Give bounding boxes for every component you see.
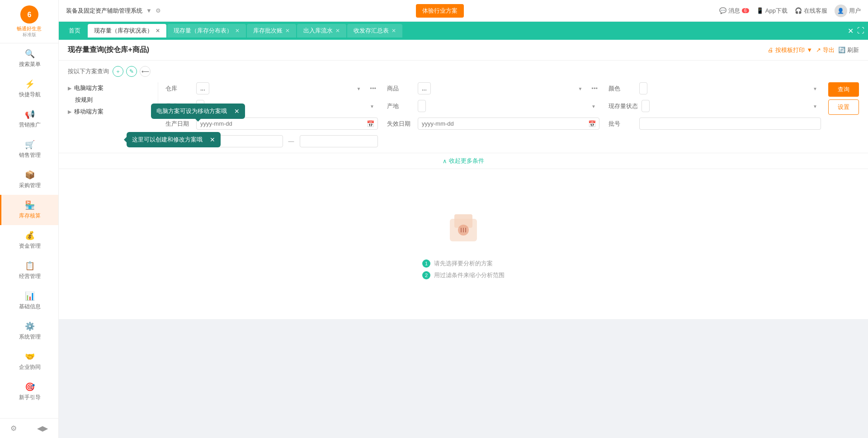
tip-num-1: 1: [422, 259, 430, 268]
tab-close-inout-flow[interactable]: ✕: [335, 28, 340, 34]
sidebar-item-quick-nav[interactable]: ⚡ 快捷导航: [0, 74, 58, 104]
query-btn[interactable]: 查询: [828, 82, 859, 97]
warehouse-dots[interactable]: •••: [368, 85, 378, 92]
origin-label: 产地: [387, 102, 414, 110]
sidebar-item-basic[interactable]: 📊 基础信息: [0, 286, 58, 316]
field-expire-date: 失效日期 📅: [387, 118, 599, 130]
goods-label: 商品: [387, 85, 414, 93]
sidebar-nav: 🔍 搜索菜单 ⚡ 快捷导航 📢 营销推广 🛒 销售管理 📦 采购管理 🏪: [0, 43, 58, 418]
query-btn-wrap: 查询 设置: [828, 82, 859, 115]
system-dropdown-icon[interactable]: ▼: [146, 7, 152, 14]
basic-icon: 📊: [25, 291, 35, 301]
empty-tip-2: 2 用过滤条件来缩小分析范围: [422, 271, 505, 279]
message-badge: 6: [742, 8, 749, 13]
batch-input[interactable]: [639, 118, 821, 130]
message-btn[interactable]: 💬 消息 6: [719, 7, 749, 15]
stock-qty-to[interactable]: [300, 135, 378, 147]
prod-date-from[interactable]: [196, 118, 378, 130]
reset-btn[interactable]: 设置: [828, 99, 859, 115]
collapse-sidebar-icon[interactable]: ◀▶: [37, 424, 48, 433]
sidebar-item-purchase[interactable]: 📦 采购管理: [0, 165, 58, 195]
expire-date-from[interactable]: [418, 118, 599, 130]
app-download-btn[interactable]: 📱 App下载: [756, 7, 788, 15]
back-scheme-btn[interactable]: ⟵: [140, 66, 151, 77]
page-title: 现存量查询(按仓库+商品): [68, 45, 149, 55]
online-service-btn[interactable]: 🎧 在线客服: [795, 7, 827, 15]
export-btn[interactable]: ↗ 导出: [816, 46, 835, 54]
tab-home[interactable]: 首页: [62, 24, 87, 38]
tab-close-batch-account[interactable]: ✕: [285, 28, 290, 34]
sidebar-bottom: ⚙ ◀▶: [0, 418, 58, 438]
page-actions: 🖨 按模板打印 ▼ ↗ 导出 🔄 刷新: [768, 46, 859, 54]
print-dropdown-icon: ▼: [807, 47, 812, 53]
settings-gear-icon[interactable]: ⚙: [156, 7, 161, 14]
field-stock-status: 现存量状态: [609, 100, 821, 112]
user-profile-btn[interactable]: 👤 用户: [835, 5, 861, 17]
sidebar-item-marketing[interactable]: 📢 营销推广: [0, 104, 58, 134]
goods-select-wrap: ...: [418, 82, 586, 94]
tooltip1-close-btn[interactable]: ✕: [234, 108, 240, 115]
prod-date-label: 生产日期: [165, 120, 193, 128]
sidebar-item-finance[interactable]: 💰 资金管理: [0, 225, 58, 255]
top-bar-left: 装备及固定资产辅助管理系统 ▼ ⚙: [66, 7, 161, 15]
refresh-btn[interactable]: 🔄 刷新: [838, 46, 859, 54]
logo-area: 6 畅通好生意 标准版: [0, 0, 58, 43]
tab-batch-account[interactable]: 库存批次账 ✕: [247, 24, 296, 38]
expire-date-label: 失效日期: [387, 120, 414, 128]
tab-inventory-dist[interactable]: 现存量（库存分布表） ✕: [167, 24, 246, 38]
purchase-icon: 📦: [25, 170, 35, 180]
sidebar-item-cooperation[interactable]: 🤝 企业协同: [0, 346, 58, 377]
collapse-btn[interactable]: ∧ 收起更多条件: [443, 157, 484, 165]
tooltip-scheme-note: 电脑方案可设为移动方案哦 ✕: [151, 104, 245, 119]
fullscreen-btn[interactable]: ⛶: [857, 27, 864, 35]
warehouse-select[interactable]: ...: [196, 82, 209, 94]
sidebar-item-operation[interactable]: 📋 经营管理: [0, 255, 58, 286]
finance-icon: 💰: [25, 231, 35, 240]
tab-close-inventory-dist[interactable]: ✕: [235, 28, 240, 34]
sidebar-item-search[interactable]: 🔍 搜索菜单: [0, 43, 58, 74]
filter-label-row: 按以下方案查询 ＋ ✎ ⟵: [68, 66, 859, 77]
color-select[interactable]: [639, 82, 647, 94]
field-color: 颜色: [609, 82, 821, 94]
goods-select[interactable]: ...: [418, 82, 431, 94]
expire-date-from-calendar-icon[interactable]: 📅: [588, 120, 596, 127]
tab-inventory-status[interactable]: 现存量（库存状况表） ✕: [88, 24, 166, 38]
guide-icon: 🎯: [25, 382, 35, 392]
stock-status-label: 现存量状态: [609, 102, 638, 110]
add-scheme-btn[interactable]: ＋: [113, 66, 123, 77]
scheme-tree-item-mobile[interactable]: ▶ 移动端方案: [68, 106, 152, 118]
sidebar-item-sales[interactable]: 🛒 销售管理: [0, 134, 58, 165]
scheme-tree: ▶ 电脑端方案 按规则 ▶ 移动端方案: [68, 82, 158, 118]
warehouse-select-wrap: ...: [196, 82, 364, 94]
settings-icon[interactable]: ⚙: [10, 424, 17, 433]
search-icon: 🔍: [25, 49, 35, 59]
tooltip2-close-btn[interactable]: ✕: [210, 136, 215, 143]
sidebar-item-inventory[interactable]: 🏪 库存核算: [0, 195, 58, 225]
expand-icon: ▶: [68, 85, 71, 91]
edit-scheme-btn[interactable]: ✎: [126, 66, 137, 77]
origin-select[interactable]: [418, 100, 426, 112]
sidebar-item-guide[interactable]: 🎯 新手引导: [0, 377, 58, 407]
filter-actions: ＋ ✎ ⟵: [113, 66, 151, 77]
page-panel: 现存量查询(按仓库+商品) 🖨 按模板打印 ▼ ↗ 导出 🔄: [59, 40, 868, 319]
tab-bar: 首页 现存量（库存状况表） ✕ 现存量（库存分布表） ✕ 库存批次账 ✕ 出入库…: [59, 22, 868, 40]
scheme-tree-item-desktop[interactable]: ▶ 电脑端方案: [68, 82, 152, 94]
close-all-tabs-btn[interactable]: ✕: [848, 27, 854, 35]
export-icon: ↗: [816, 47, 821, 53]
print-btn[interactable]: 🖨 按模板打印 ▼: [768, 46, 812, 54]
top-bar-center: 体验行业方案: [416, 4, 464, 18]
avatar: 👤: [835, 5, 847, 17]
phone-icon: 📱: [756, 7, 764, 14]
stock-status-select[interactable]: [642, 100, 650, 112]
goods-dots[interactable]: •••: [590, 85, 599, 92]
sidebar-item-system[interactable]: ⚙️ 系统管理: [0, 316, 58, 346]
tab-close-inventory-status[interactable]: ✕: [156, 28, 160, 34]
svg-text:6: 6: [27, 11, 31, 19]
scheme-tree-item-rule[interactable]: 按规则: [68, 94, 152, 106]
tab-close-receive-summary[interactable]: ✕: [392, 28, 396, 34]
prod-date-from-calendar-icon[interactable]: 📅: [367, 120, 374, 127]
industry-btn[interactable]: 体验行业方案: [416, 4, 464, 18]
empty-illustration: [441, 205, 486, 250]
tab-receive-summary[interactable]: 收发存汇总表 ✕: [347, 24, 402, 38]
tab-inout-flow[interactable]: 出入库流水 ✕: [297, 24, 346, 38]
